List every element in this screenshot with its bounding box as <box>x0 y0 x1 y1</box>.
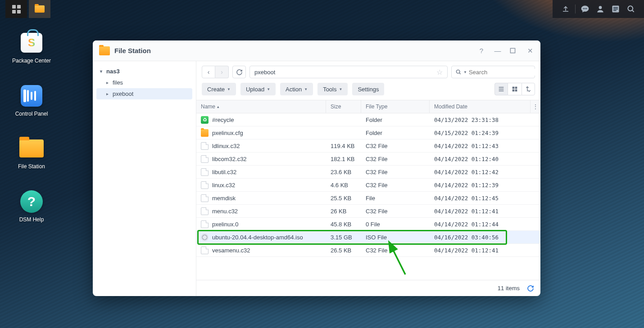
file-size: 23.6 KB <box>326 169 361 175</box>
action-button[interactable]: Action▼ <box>280 83 313 95</box>
svg-point-8 <box>628 6 633 11</box>
file-icon <box>201 142 209 150</box>
search-icon <box>455 69 462 75</box>
column-headers: Name▴ Size File Type Modified Date ⋮ <box>196 100 540 113</box>
chevron-down-icon: ▼ <box>304 87 308 91</box>
svg-point-2 <box>586 8 587 9</box>
file-row[interactable]: memdisk25.5 KBFile04/14/2022 01:12:45 <box>196 192 540 205</box>
file-icon <box>201 207 209 215</box>
messages-icon[interactable] <box>579 3 591 15</box>
desktop-control-panel[interactable]: Control Panel <box>11 84 52 118</box>
search-icon[interactable] <box>625 3 637 15</box>
tree-item-label: files <box>113 79 123 86</box>
column-size[interactable]: Size <box>326 100 361 113</box>
file-row[interactable]: menu.c3226 KBC32 File04/14/2022 01:12:41 <box>196 205 540 218</box>
navigation-toolbar: ‹ › ☆ ▼ <box>196 61 540 83</box>
desktop-icon-label: Package Center <box>12 58 51 65</box>
path-field[interactable] <box>254 69 436 76</box>
status-refresh-button[interactable] <box>527 285 534 292</box>
file-row[interactable]: #recycleFolder04/13/2022 23:31:38 <box>196 113 540 126</box>
svg-rect-7 <box>613 10 617 11</box>
desktop-icon-label: DSM Help <box>19 216 44 224</box>
tree-item-label: pxeboot <box>113 90 133 97</box>
file-row[interactable]: vesamenu.c3226.5 KBC32 File04/14/2022 01… <box>196 244 540 257</box>
file-size: 26.5 KB <box>326 247 361 254</box>
caret-right-icon: ▸ <box>106 91 113 96</box>
column-name[interactable]: Name▴ <box>196 100 326 113</box>
nav-forward-button[interactable]: › <box>215 66 229 78</box>
column-menu[interactable]: ⋮ <box>531 100 540 113</box>
file-type: Folder <box>361 130 430 136</box>
sort-asc-icon: ▴ <box>217 104 219 109</box>
taskbar-file-station[interactable] <box>29 0 50 18</box>
file-row[interactable]: linux.c324.6 KBC32 File04/14/2022 01:12:… <box>196 179 540 192</box>
settings-button[interactable]: Settings <box>352 83 384 95</box>
chevron-down-icon[interactable]: ▼ <box>463 70 467 74</box>
view-list-button[interactable] <box>494 83 508 95</box>
file-name: libutil.c32 <box>212 169 236 175</box>
file-name: ubuntu-20.04.4-desktop-amd64.iso <box>212 234 303 241</box>
tools-button[interactable]: Tools▼ <box>317 83 348 95</box>
file-row[interactable]: pxelinux.cfgFolder04/15/2022 01:24:39 <box>196 126 540 139</box>
file-date: 04/13/2022 23:31:38 <box>430 117 540 123</box>
tree-item-pxeboot[interactable]: ▸ pxeboot <box>96 88 192 99</box>
tree-item-files[interactable]: ▸ files <box>96 77 192 88</box>
refresh-button[interactable] <box>232 66 246 78</box>
close-button[interactable]: ✕ <box>526 47 534 55</box>
nav-back-button[interactable]: ‹ <box>202 66 215 78</box>
statusbar: 11 items <box>196 280 540 296</box>
item-count: 11 items <box>498 285 520 292</box>
file-row[interactable]: pxelinux.045.8 KB0 File04/14/2022 01:12:… <box>196 218 540 231</box>
column-type[interactable]: File Type <box>361 100 430 113</box>
search-field[interactable] <box>469 69 540 76</box>
favorite-star-icon[interactable]: ☆ <box>436 68 443 76</box>
divider <box>575 4 576 13</box>
svg-point-0 <box>583 8 584 9</box>
file-type: Folder <box>361 117 430 123</box>
file-icon <box>201 194 209 202</box>
search-box[interactable]: ▼ <box>451 66 535 78</box>
path-input[interactable]: ☆ <box>249 66 448 78</box>
desktop-dsm-help[interactable]: ? DSM Help <box>11 189 52 224</box>
file-name: memdisk <box>212 195 236 202</box>
view-sort-button[interactable] <box>522 83 535 95</box>
help-button[interactable]: ? <box>477 47 485 54</box>
svg-rect-5 <box>613 7 618 8</box>
file-row[interactable]: libcom32.c32182.1 KBC32 File04/14/2022 0… <box>196 153 540 166</box>
folder-icon <box>99 46 110 55</box>
svg-rect-9 <box>510 48 515 53</box>
file-row[interactable]: libutil.c3223.6 KBC32 File04/14/2022 01:… <box>196 166 540 179</box>
file-row[interactable]: ldlinux.c32119.4 KBC32 File04/14/2022 01… <box>196 139 540 153</box>
desktop-package-center[interactable]: S Package Center <box>11 31 52 65</box>
desktop-icons: S Package Center Control Panel File Stat… <box>11 31 52 223</box>
file-date: 04/14/2022 01:12:42 <box>430 169 540 175</box>
file-type: C32 File <box>361 169 430 175</box>
main-menu-button[interactable] <box>5 0 27 18</box>
file-size: 45.8 KB <box>326 221 361 228</box>
window-titlebar[interactable]: File Station ? — ✕ <box>93 40 540 61</box>
file-icon <box>201 168 209 176</box>
file-size: 182.1 KB <box>326 156 361 162</box>
upload-tray-icon[interactable] <box>560 3 571 15</box>
desktop-file-station[interactable]: File Station <box>11 136 52 171</box>
upload-button[interactable]: Upload▼ <box>240 83 276 95</box>
file-type: C32 File <box>361 156 430 162</box>
tree-root[interactable]: ▾ nas3 <box>96 66 192 77</box>
file-date: 04/16/2022 03:40:56 <box>430 234 540 241</box>
grid-icon <box>12 5 21 13</box>
file-row[interactable]: ubuntu-20.04.4-desktop-amd64.iso3.15 GBI… <box>196 231 540 244</box>
file-name: linux.c32 <box>212 182 235 189</box>
create-button[interactable]: Create▼ <box>202 83 236 95</box>
widgets-icon[interactable] <box>610 3 621 15</box>
column-date[interactable]: Modified Date <box>430 100 531 113</box>
caret-right-icon: ▸ <box>106 80 113 85</box>
file-icon <box>201 220 209 228</box>
file-name: vesamenu.c32 <box>212 247 250 254</box>
chevron-down-icon: ▼ <box>267 87 270 91</box>
maximize-button[interactable] <box>510 48 518 54</box>
user-icon[interactable] <box>594 3 606 15</box>
minimize-button[interactable]: — <box>494 47 502 54</box>
file-date: 04/14/2022 01:12:45 <box>430 195 540 202</box>
view-tiles-button[interactable] <box>508 83 522 95</box>
action-toolbar: Create▼ Upload▼ Action▼ Tools▼ Settings <box>196 83 540 100</box>
